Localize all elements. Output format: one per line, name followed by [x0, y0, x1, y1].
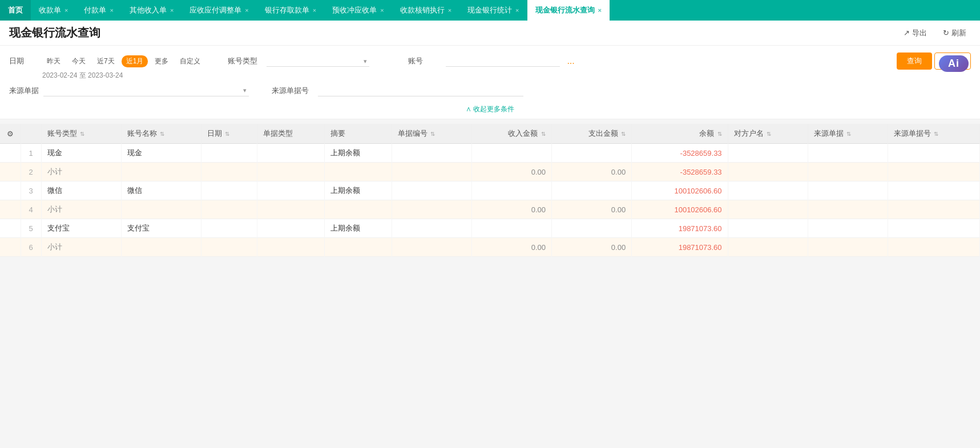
cell-source-doc-no — [888, 181, 979, 200]
cell-source-doc-no — [888, 238, 979, 257]
cell-income — [471, 219, 551, 238]
date-opt-more[interactable]: 更多 — [150, 55, 173, 67]
page-header: 现金银行流水查询 ↗ 导出 ↻ 刷新 — [0, 21, 980, 46]
cell-source-doc — [808, 200, 888, 219]
date-range-display: 2023-02-24 至 2023-03-24 — [42, 71, 123, 79]
date-opt-7days[interactable]: 近7天 — [92, 55, 119, 67]
th-expense[interactable]: 支出金额 ⇅ — [552, 124, 632, 144]
table-row[interactable]: 1现金现金上期余额-3528659.33 — [0, 144, 980, 163]
table-row[interactable]: 5支付宝支付宝上期余额19871073.60 — [0, 219, 980, 238]
cell-doc-no — [392, 163, 471, 181]
nav-ar-ap-adjust[interactable]: 应收应付调整单 × — [182, 0, 256, 21]
account-type-select-wrapper: 现金 微信 支付宝 — [267, 55, 369, 67]
nav-cash-bank-query-label: 现金银行流水查询 — [535, 5, 595, 15]
nav-cash-bank-query-close[interactable]: × — [598, 7, 602, 14]
th-income[interactable]: 收入金额 ⇅ — [471, 124, 551, 144]
nav-prepay-close[interactable]: × — [380, 7, 384, 14]
cell-expense: 0.00 — [552, 238, 632, 257]
th-row-num — [21, 124, 41, 144]
nav-payment-close[interactable]: × — [110, 7, 113, 14]
nav-bank-deposit[interactable]: 银行存取款单 × — [257, 0, 324, 21]
ai-badge[interactable]: Ai — [939, 55, 969, 72]
export-button[interactable]: ↗ 导出 — [899, 26, 931, 41]
source-doc-no-input[interactable] — [318, 85, 523, 96]
nav-home[interactable]: 首页 — [0, 0, 31, 21]
table-row[interactable]: 6小计0.000.0019871073.60 — [0, 238, 980, 257]
table-row[interactable]: 2小计0.000.00-3528659.33 — [0, 163, 980, 181]
account-type-select[interactable]: 现金 微信 支付宝 — [267, 55, 369, 67]
nav-payment-label: 付款单 — [84, 5, 106, 15]
th-summary: 摘要 — [324, 124, 392, 144]
date-opt-yesterday[interactable]: 昨天 — [42, 55, 65, 67]
th-source-doc-no[interactable]: 来源单据号 ⇅ — [888, 124, 979, 144]
cell-doc-no — [392, 144, 471, 163]
cell-date — [201, 144, 257, 163]
cell-gear — [0, 200, 21, 219]
cell-balance: -3528659.33 — [632, 163, 728, 181]
account-type-label: 账号类型 — [228, 56, 257, 66]
nav-other-income[interactable]: 其他收入单 × — [122, 0, 182, 21]
cell-doc-no — [392, 181, 471, 200]
cell-income: 0.00 — [471, 200, 551, 219]
filter-row-2: 来源单据 来源单据号 — [9, 85, 971, 96]
table-row[interactable]: 4小计0.000.00100102606.60 — [0, 200, 980, 219]
nav-ar-ap-close[interactable]: × — [245, 7, 248, 14]
th-counterparty[interactable]: 对方户名 ⇅ — [728, 124, 808, 144]
th-gear: ⚙ — [0, 124, 21, 144]
cell-doc-type — [257, 181, 324, 200]
cell-account-name: 现金 — [121, 144, 201, 163]
nav-cash-bank-stat[interactable]: 现金银行统计 × — [459, 0, 527, 21]
nav-cash-bank-stat-close[interactable]: × — [515, 7, 519, 14]
cell-balance: -3528659.33 — [632, 144, 728, 163]
th-balance[interactable]: 余额 ⇅ — [632, 124, 728, 144]
date-opt-1month[interactable]: 近1月 — [122, 55, 148, 67]
th-account-type[interactable]: 账号类型 ⇅ — [41, 124, 121, 144]
source-doc-input[interactable] — [43, 85, 249, 96]
account-input[interactable] — [446, 55, 560, 67]
query-button[interactable]: 查询 — [897, 53, 932, 70]
cell-date — [201, 200, 257, 219]
cell-source-doc — [808, 144, 888, 163]
cell-gear — [0, 238, 21, 257]
date-opt-custom[interactable]: 自定义 — [175, 55, 205, 67]
cell-gear — [0, 163, 21, 181]
cell-counterparty — [728, 238, 808, 257]
collapse-bar[interactable]: ∧ 收起更多条件 — [9, 102, 971, 119]
cell-doc-type — [257, 200, 324, 219]
th-date[interactable]: 日期 ⇅ — [201, 124, 257, 144]
nav-receipt[interactable]: 收款单 × — [31, 0, 76, 21]
th-doc-no[interactable]: 单据编号 ⇅ — [392, 124, 471, 144]
cell-account-type: 小计 — [41, 163, 121, 181]
cell-account-type: 微信 — [41, 181, 121, 200]
nav-cash-bank-query[interactable]: 现金银行流水查询 × — [527, 0, 610, 21]
th-source-doc[interactable]: 来源单据 ⇅ — [808, 124, 888, 144]
cell-counterparty — [728, 181, 808, 200]
nav-prepay-offset[interactable]: 预收冲应收单 × — [324, 0, 392, 21]
nav-bank-deposit-close[interactable]: × — [313, 7, 316, 14]
nav-receipt-verify-close[interactable]: × — [448, 7, 451, 14]
sort-icon-source-doc-no: ⇅ — [934, 131, 938, 137]
th-account-name[interactable]: 账号名称 ⇅ — [121, 124, 201, 144]
nav-receipt-verify[interactable]: 收款核销执行 × — [392, 0, 459, 21]
date-opt-today[interactable]: 今天 — [67, 55, 90, 67]
nav-receipt-close[interactable]: × — [64, 7, 68, 14]
cell-date — [201, 238, 257, 257]
cell-doc-no — [392, 219, 471, 238]
cell-balance: 100102606.60 — [632, 181, 728, 200]
cell-date — [201, 163, 257, 181]
nav-payment[interactable]: 付款单 × — [76, 0, 121, 21]
refresh-button[interactable]: ↻ 刷新 — [938, 26, 971, 41]
sort-icon-counterparty: ⇅ — [767, 131, 771, 137]
cell-summary — [324, 163, 392, 181]
table-row[interactable]: 3微信微信上期余额100102606.60 — [0, 181, 980, 200]
gear-icon[interactable]: ⚙ — [7, 130, 14, 138]
date-options: 昨天 今天 近7天 近1月 更多 自定义 — [42, 55, 205, 67]
account-dots-button[interactable]: ... — [567, 56, 574, 66]
cell-source-doc-no — [888, 163, 979, 181]
cell-source-doc — [808, 181, 888, 200]
table-wrapper: ⚙ 账号类型 ⇅ 账号名称 ⇅ 日期 ⇅ 单据类型 — [0, 124, 980, 257]
cell-summary: 上期余额 — [324, 181, 392, 200]
cell-doc-type — [257, 163, 324, 181]
cell-gear — [0, 181, 21, 200]
nav-other-income-close[interactable]: × — [170, 7, 174, 14]
